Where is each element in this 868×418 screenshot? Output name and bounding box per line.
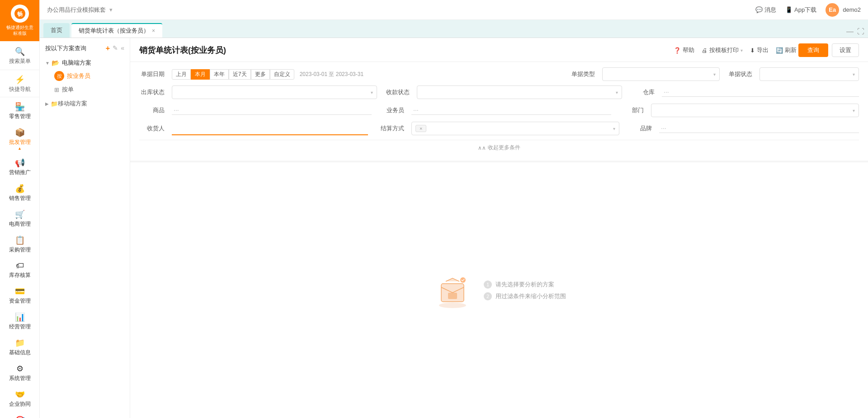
logo-subtitle: 标准版 bbox=[13, 30, 27, 37]
lp-add-icon[interactable]: + bbox=[106, 44, 110, 52]
sidebar-item-purchase[interactable]: 📋 采购管理 bbox=[0, 231, 39, 256]
marketing-icon: 📢 bbox=[15, 158, 25, 168]
purchase-icon: 📋 bbox=[15, 235, 25, 245]
sidebar-item-corp[interactable]: 🤝 企业协同 bbox=[0, 385, 39, 411]
collapse-row: ∧∧ 收起更多条件 bbox=[139, 140, 859, 155]
breadcrumb-dropdown-icon[interactable]: ▾ bbox=[109, 6, 113, 13]
sidebar-item-ecommerce[interactable]: 🛒 电商管理 bbox=[0, 205, 39, 231]
out-status-select[interactable]: ▾ bbox=[172, 86, 377, 99]
collapse-button[interactable]: ∧∧ 收起更多条件 bbox=[478, 144, 520, 152]
dept-select[interactable]: ▾ bbox=[651, 104, 859, 117]
sidebar-item-basic-label: 基础信息 bbox=[9, 349, 31, 356]
salesman-label: 业务员 bbox=[379, 106, 404, 114]
print-label: 按模板打印 bbox=[709, 46, 739, 54]
page-title-row: 销货单统计表(按业务员) ❓ 帮助 🖨 按模板打印 ▾ bbox=[139, 43, 859, 62]
date-tab-more[interactable]: 更多 bbox=[251, 69, 270, 80]
query-button[interactable]: 查询 bbox=[798, 43, 828, 57]
retail-icon: 🏪 bbox=[15, 102, 25, 112]
settle-tag-close[interactable]: × bbox=[420, 126, 422, 131]
tip-num-2: 2 bbox=[484, 292, 492, 300]
consignee-input[interactable] bbox=[172, 122, 368, 135]
empty-state: 1 请先选择要分析的方案 2 用过滤条件来缩小分析范围 bbox=[432, 270, 566, 311]
search-menu-label: 搜索菜单 bbox=[9, 57, 31, 65]
date-label: 单据日期 bbox=[139, 70, 165, 78]
lp-item-by-order[interactable]: ⊞ 按单 bbox=[52, 83, 130, 96]
sidebar-item-sales-label: 销售管理 bbox=[9, 195, 31, 202]
lp-collapse-icon[interactable]: « bbox=[121, 44, 124, 52]
user-profile-button[interactable]: Ea demo2 bbox=[826, 3, 861, 17]
topbar-left: 办公用品行业模拟账套 ▾ bbox=[47, 6, 113, 14]
warehouse-dots[interactable]: ··· bbox=[662, 88, 671, 95]
tab-sales-report[interactable]: 销货单统计表（按业务员） × bbox=[71, 23, 162, 38]
salesman-scheme-label: 按业务员 bbox=[67, 72, 90, 80]
sidebar-item-wholesale-label: 批发管理 bbox=[9, 138, 31, 146]
message-icon: 💬 bbox=[755, 6, 763, 13]
sidebar-item-wholesale[interactable]: 📦 批发管理 ▲ bbox=[0, 123, 39, 153]
sidebar-logo: 畅 畅捷通好生意 标准版 bbox=[0, 0, 40, 41]
main-area: 办公用品行业模拟账套 ▾ 💬 消息 📱 App下载 Ea demo2 首页 bbox=[40, 0, 868, 418]
doc-status-label: 单据状态 bbox=[727, 70, 752, 78]
message-button[interactable]: 💬 消息 bbox=[755, 6, 776, 14]
data-area: 1 请先选择要分析的方案 2 用过滤条件来缩小分析范围 bbox=[130, 162, 868, 418]
inventory-icon: 🏷 bbox=[16, 261, 24, 271]
lp-section-pc-title[interactable]: ▼ 📂 电脑端方案 bbox=[40, 57, 130, 69]
lp-pc-children: 按 按业务员 ⊞ 按单 bbox=[40, 69, 130, 96]
tab-minimize-icon[interactable]: — bbox=[846, 28, 854, 36]
lp-section-pc: ▼ 📂 电脑端方案 按 按业务员 ⊞ 按单 bbox=[40, 55, 130, 98]
tab-close-icon[interactable]: × bbox=[152, 28, 155, 34]
refresh-button[interactable]: 🔄 刷新 bbox=[776, 46, 797, 54]
basic-icon: 📁 bbox=[15, 338, 25, 348]
sidebar-item-sales[interactable]: 💰 销售管理 bbox=[0, 179, 39, 205]
brand-dots[interactable]: ··· bbox=[659, 124, 668, 132]
operation-icon: 📊 bbox=[15, 312, 25, 322]
app-download-button[interactable]: 📱 App下载 bbox=[785, 6, 816, 14]
doc-type-select[interactable]: ▾ bbox=[602, 67, 720, 81]
mobile-section-label: 移动端方案 bbox=[58, 100, 87, 108]
lp-item-by-salesman[interactable]: 按 按业务员 bbox=[52, 69, 130, 83]
doc-status-select[interactable]: ▾ bbox=[760, 67, 859, 81]
settle-label: 结算方式 bbox=[379, 124, 404, 133]
search-menu-item[interactable]: 🔍 搜索菜单 bbox=[0, 41, 39, 70]
tip-num-1: 1 bbox=[484, 280, 492, 289]
date-tab-this-year[interactable]: 本年 bbox=[210, 69, 229, 80]
sidebar-item-operation[interactable]: 📊 经营管理 bbox=[0, 308, 39, 333]
warehouse-label: 仓库 bbox=[629, 88, 655, 96]
sidebar-item-system[interactable]: ⚙ 系统管理 bbox=[0, 359, 39, 385]
print-dropdown-icon[interactable]: ▾ bbox=[741, 48, 743, 53]
brand-label: 品牌 bbox=[627, 124, 652, 133]
help-button[interactable]: ❓ 帮助 bbox=[674, 46, 694, 54]
lp-edit-icon[interactable]: ✎ bbox=[113, 44, 118, 52]
pay-status-select[interactable]: ▾ bbox=[417, 86, 622, 99]
system-icon: ⚙ bbox=[16, 364, 24, 374]
settings-button[interactable]: 设置 bbox=[832, 43, 859, 57]
tab-maximize-icon[interactable]: ⛶ bbox=[857, 28, 864, 36]
date-tab-this-month[interactable]: 本月 bbox=[191, 69, 210, 80]
salesman-dots[interactable]: ··· bbox=[411, 106, 420, 114]
print-button[interactable]: 🖨 按模板打印 ▾ bbox=[702, 46, 743, 54]
sidebar-item-inventory-label: 库存核算 bbox=[9, 271, 31, 279]
settle-arrow-icon: ▾ bbox=[613, 126, 615, 131]
lp-title: 按以下方案查询 bbox=[45, 44, 86, 52]
sidebar-item-retail[interactable]: 🏪 零售管理 bbox=[0, 97, 39, 123]
sidebar-item-inventory[interactable]: 🏷 库存核算 bbox=[0, 256, 39, 282]
sidebar-item-basic[interactable]: 📁 基础信息 bbox=[0, 333, 39, 359]
lp-section-mobile-title[interactable]: ▶ 📁 移动端方案 bbox=[45, 98, 130, 109]
date-tab-custom[interactable]: 自定义 bbox=[270, 69, 294, 80]
date-tab-last-month[interactable]: 上月 bbox=[172, 69, 191, 80]
export-button[interactable]: ⬇ 导出 bbox=[750, 46, 769, 54]
svg-text:畅: 畅 bbox=[17, 11, 23, 17]
topbar: 办公用品行业模拟账套 ▾ 💬 消息 📱 App下载 Ea demo2 bbox=[40, 0, 868, 20]
sidebar-item-system-label: 系统管理 bbox=[9, 375, 31, 382]
sidebar-item-guide[interactable]: 🎯 新手引导 bbox=[0, 411, 39, 418]
filter-row-2: 出库状态 ▾ 收款状态 ▾ 仓库 ··· bbox=[139, 86, 859, 99]
sidebar-item-finance[interactable]: 💳 资金管理 bbox=[0, 282, 39, 308]
goods-dots[interactable]: ··· bbox=[172, 106, 181, 114]
settle-select[interactable]: × ▾ bbox=[411, 122, 619, 135]
date-tab-last7[interactable]: 近7天 bbox=[229, 69, 251, 80]
sidebar-item-marketing[interactable]: 📢 营销推广 bbox=[0, 153, 39, 179]
salesman-scheme-icon: 按 bbox=[54, 71, 64, 81]
logo-company: 畅捷通好生意 bbox=[6, 24, 33, 30]
tab-home[interactable]: 首页 bbox=[43, 23, 70, 38]
quick-nav-item[interactable]: ⚡ 快捷导航 bbox=[0, 70, 39, 97]
logo-icon: 畅 bbox=[11, 5, 29, 23]
